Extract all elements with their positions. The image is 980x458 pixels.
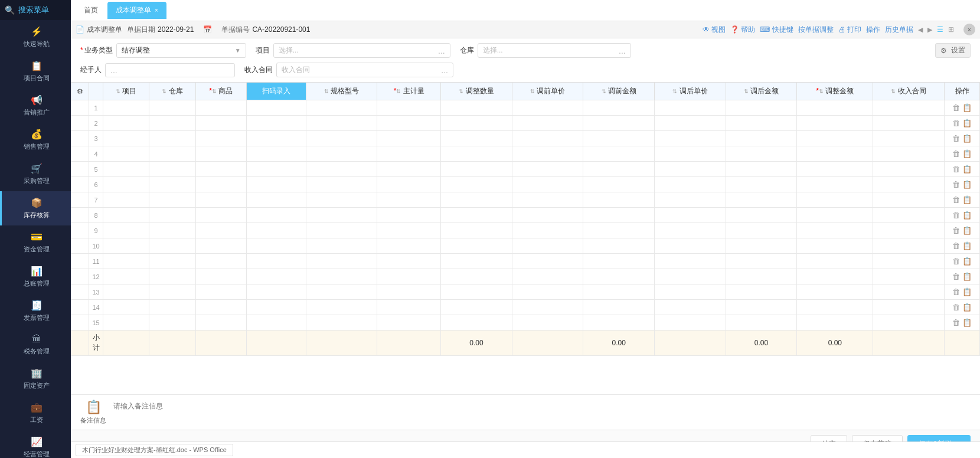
nav-next-icon[interactable]: ▶ bbox=[927, 26, 932, 34]
project-label: 项目 bbox=[256, 45, 270, 55]
warehouse-field: 仓库 选择... ... bbox=[460, 43, 631, 58]
form-row-1: 业务类型 结存调整 ▼ 项目 选择... ... 仓库 选 bbox=[80, 43, 971, 58]
copy-icon[interactable]: 📋 bbox=[962, 165, 972, 174]
copy-icon[interactable]: 📋 bbox=[962, 211, 972, 220]
sidebar-item-ops-mgmt[interactable]: 📈 经营管理 bbox=[0, 430, 71, 458]
sidebar-item-sales-promo[interactable]: 📢 营销推广 bbox=[0, 89, 71, 123]
table-row: 7🗑📋 bbox=[71, 192, 980, 208]
settings-button[interactable]: ⚙ 设置 bbox=[935, 43, 971, 58]
scan-col-header[interactable]: 扫码录入 bbox=[247, 83, 306, 100]
table-row: 11🗑📋 bbox=[71, 254, 980, 269]
table-row: 13🗑📋 bbox=[71, 284, 980, 300]
help-action[interactable]: ❓ 帮助 bbox=[730, 25, 755, 35]
window-actions: 👁 视图 ❓ 帮助 ⌨ 快捷键 按单据调整 🖨 打印 操作 历史单据 ◀ ▶ ☰… bbox=[703, 25, 954, 35]
search-menu-label: 搜索菜单 bbox=[18, 5, 49, 15]
doc-adjust-action[interactable]: 按单据调整 bbox=[798, 25, 834, 35]
delete-icon[interactable]: 🗑 bbox=[952, 195, 960, 204]
settings-col-header[interactable]: ⚙ bbox=[71, 83, 89, 100]
warehouse-input[interactable]: 选择... ... bbox=[478, 43, 631, 58]
copy-icon[interactable]: 📋 bbox=[962, 226, 972, 235]
delete-icon[interactable]: 🗑 bbox=[952, 303, 960, 312]
delete-icon[interactable]: 🗑 bbox=[952, 211, 960, 220]
handler-label: 经手人 bbox=[80, 65, 102, 75]
copy-icon[interactable]: 📋 bbox=[962, 318, 972, 327]
search-menu-button[interactable]: 🔍 搜索菜单 bbox=[0, 0, 71, 20]
sidebar-item-quick-nav[interactable]: ⚡ 快速导航 bbox=[0, 20, 71, 54]
sales-mgmt-icon: 💰 bbox=[31, 129, 43, 140]
view-list-icon[interactable]: ⊞ bbox=[948, 25, 954, 34]
sidebar-item-inventory-calc[interactable]: 📦 库存核算 bbox=[0, 191, 71, 225]
copy-icon[interactable]: 📋 bbox=[962, 103, 972, 112]
delete-icon[interactable]: 🗑 bbox=[952, 272, 960, 281]
quick-nav-icon: ⚡ bbox=[31, 26, 43, 37]
table-row: 9🗑📋 bbox=[71, 223, 980, 238]
delete-icon[interactable]: 🗑 bbox=[952, 119, 960, 127]
biz-type-input[interactable]: 结存调整 ▼ bbox=[116, 43, 246, 58]
sidebar-item-payroll[interactable]: 💼 工资 bbox=[0, 396, 71, 430]
table-row: 5🗑📋 bbox=[71, 162, 980, 177]
sidebar-item-ledger-mgmt[interactable]: 📊 总账管理 bbox=[0, 260, 71, 294]
sidebar-item-tax-mgmt[interactable]: 🏛 税务管理 bbox=[0, 328, 71, 362]
table-row: 10🗑📋 bbox=[71, 238, 980, 254]
tab-cost-adjust[interactable]: 成本调整单 × bbox=[107, 2, 166, 19]
delete-icon[interactable]: 🗑 bbox=[952, 103, 960, 112]
print-action[interactable]: 🖨 打印 bbox=[838, 25, 861, 35]
window-close-button[interactable]: × bbox=[963, 24, 975, 35]
copy-icon[interactable]: 📋 bbox=[962, 134, 972, 143]
copy-icon[interactable]: 📋 bbox=[962, 180, 972, 189]
delete-icon[interactable]: 🗑 bbox=[952, 149, 960, 158]
delete-icon[interactable]: 🗑 bbox=[952, 257, 960, 266]
history-action[interactable]: 历史单据 bbox=[885, 25, 913, 35]
table-wrapper[interactable]: ⚙ ⇅ 项目 ⇅ 仓库 *⇅ 商品 扫码录入 ⇅ 规格型号 *⇅ 主计量 ⇅ 调… bbox=[71, 82, 980, 394]
copy-icon[interactable]: 📋 bbox=[962, 241, 972, 250]
shortcut-action[interactable]: ⌨ 快捷键 bbox=[760, 25, 793, 35]
warehouse-dots-icon: ... bbox=[619, 46, 626, 55]
delete-icon[interactable]: 🗑 bbox=[952, 226, 960, 235]
sidebar-item-project-contract[interactable]: 📋 项目合同 bbox=[0, 54, 71, 89]
sidebar-item-fixed-assets[interactable]: 🏢 固定资产 bbox=[0, 362, 71, 396]
project-input[interactable]: 选择... ... bbox=[273, 43, 450, 58]
sidebar-item-purchase-mgmt[interactable]: 🛒 采购管理 bbox=[0, 157, 71, 191]
copy-icon[interactable]: 📋 bbox=[962, 287, 972, 296]
handler-input[interactable]: ... bbox=[105, 63, 235, 77]
warehouse-label: 仓库 bbox=[460, 45, 474, 55]
copy-icon[interactable]: 📋 bbox=[962, 195, 972, 204]
taskbar-item[interactable]: 木门行业好业财处理方案-墨红红.doc - WPS Office bbox=[76, 444, 233, 456]
operation-action[interactable]: 操作 bbox=[866, 25, 880, 35]
copy-icon[interactable]: 📋 bbox=[962, 272, 972, 281]
delete-icon[interactable]: 🗑 bbox=[952, 318, 960, 327]
table-row: 4🗑📋 bbox=[71, 146, 980, 162]
fund-mgmt-icon: 💳 bbox=[31, 231, 43, 243]
window-meta: 单据日期 2022-09-21 📅 单据编号 CA-20220921-001 bbox=[127, 25, 310, 35]
tab-close-icon[interactable]: × bbox=[155, 7, 158, 14]
summary-row: 小计0.000.000.000.00 bbox=[71, 331, 980, 356]
copy-icon[interactable]: 📋 bbox=[962, 303, 972, 312]
copy-icon[interactable]: 📋 bbox=[962, 257, 972, 266]
view-grid-icon[interactable]: ☰ bbox=[937, 25, 943, 34]
form-area: 业务类型 结存调整 ▼ 项目 选择... ... 仓库 选 bbox=[71, 38, 980, 82]
delete-icon[interactable]: 🗑 bbox=[952, 165, 960, 174]
delete-icon[interactable]: 🗑 bbox=[952, 134, 960, 143]
tab-bar: 首页 成本调整单 × bbox=[71, 0, 980, 21]
sidebar-item-invoice-mgmt[interactable]: 🧾 发票管理 bbox=[0, 294, 71, 328]
delete-icon[interactable]: 🗑 bbox=[952, 180, 960, 189]
data-table: ⚙ ⇅ 项目 ⇅ 仓库 *⇅ 商品 扫码录入 ⇅ 规格型号 *⇅ 主计量 ⇅ 调… bbox=[71, 82, 980, 356]
sidebar-item-fund-mgmt[interactable]: 💳 资金管理 bbox=[0, 225, 71, 260]
nav-prev-icon[interactable]: ◀ bbox=[918, 26, 923, 34]
delete-icon[interactable]: 🗑 bbox=[952, 287, 960, 296]
table-row: 8🗑📋 bbox=[71, 208, 980, 223]
tab-home[interactable]: 首页 bbox=[76, 2, 106, 19]
ops-mgmt-icon: 📈 bbox=[31, 436, 43, 447]
view-action[interactable]: 👁 视图 bbox=[703, 25, 726, 35]
sidebar-item-sales-mgmt[interactable]: 💰 销售管理 bbox=[0, 123, 71, 157]
biz-type-field: 业务类型 结存调整 ▼ bbox=[80, 43, 246, 58]
before-unit-price-col-header: ⇅ 调前单价 bbox=[512, 83, 583, 100]
handler-field: 经手人 ... bbox=[80, 63, 235, 77]
note-input[interactable] bbox=[113, 400, 971, 413]
copy-icon[interactable]: 📋 bbox=[962, 149, 972, 158]
income-contract-input[interactable]: 收入合同 ... bbox=[276, 63, 453, 77]
income-contract-label: 收入合同 bbox=[244, 65, 273, 75]
copy-icon[interactable]: 📋 bbox=[962, 119, 972, 127]
delete-icon[interactable]: 🗑 bbox=[952, 241, 960, 250]
note-area: 📋 备注信息 bbox=[71, 394, 980, 430]
